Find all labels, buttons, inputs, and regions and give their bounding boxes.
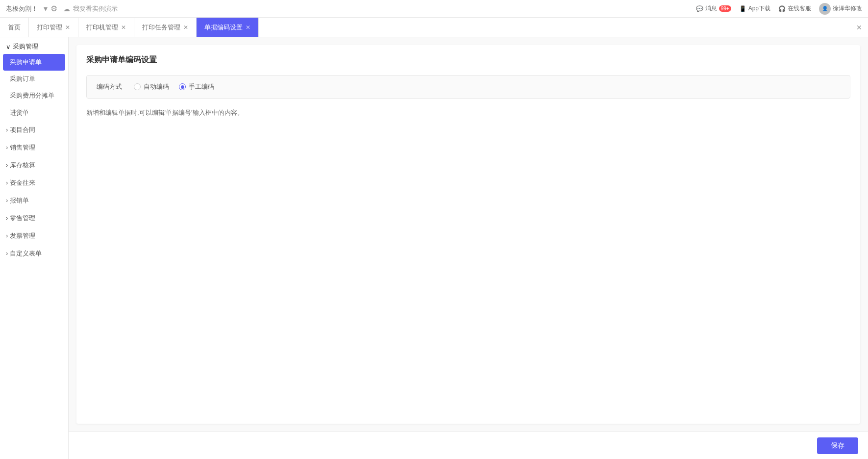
service-icon: 🎧 — [778, 5, 786, 12]
sidebar-item-purchase-order[interactable]: 采购订单 — [0, 71, 68, 87]
sidebar-item-purchase-request-label: 采购申请单 — [10, 58, 42, 66]
sidebar: ∨ 采购管理 采购申请单 采购订单 采购费用分摊单 进货单 › 项目合同 › 销… — [0, 37, 69, 459]
sidebar-group-invoice-label: 发票管理 — [10, 231, 35, 240]
manual-encoding-radio[interactable] — [179, 83, 186, 90]
chevron-right-icon: › — [6, 161, 8, 169]
sidebar-group-expense-label: 报销单 — [10, 196, 29, 205]
tab-print-management-label: 打印管理 — [37, 23, 62, 32]
save-button[interactable]: 保存 — [817, 437, 858, 454]
auto-encoding-label: 自动编码 — [144, 82, 169, 91]
sidebar-group-purchase-label: 采购管理 — [13, 42, 38, 51]
content-area: 采购申请单编码设置 编码方式 自动编码 手工编码 — [69, 37, 868, 459]
encoding-label: 编码方式 — [97, 82, 126, 91]
tab-close-icon[interactable]: ✕ — [121, 24, 126, 31]
auto-encoding-option[interactable]: 自动编码 — [134, 82, 169, 91]
message-badge: 99+ — [719, 5, 731, 12]
tab-printer-management-label: 打印机管理 — [86, 23, 118, 32]
page-title: 采购申请单编码设置 — [86, 55, 850, 65]
tab-bar-close[interactable]: ✕ — [850, 18, 868, 37]
manual-encoding-label: 手工编码 — [189, 82, 214, 91]
sidebar-group-purchase[interactable]: ∨ 采购管理 — [0, 37, 68, 54]
search-text: 我要看实例演示 — [73, 4, 118, 13]
sidebar-group-inventory[interactable]: › 库存核算 — [0, 156, 68, 174]
message-icon: 💬 — [696, 5, 703, 12]
sidebar-group-custom-forms[interactable]: › 自定义表单 — [0, 245, 68, 262]
sidebar-group-retail-label: 零售管理 — [10, 214, 35, 223]
sidebar-item-purchase-expense[interactable]: 采购费用分摊单 — [0, 87, 68, 104]
chevron-down-icon: ∨ — [6, 43, 11, 51]
settings-icon[interactable]: ⚙ — [50, 4, 57, 13]
tab-home-label: 首页 — [8, 23, 21, 32]
top-bar-right: 💬 消息 99+ 📱 App下载 🎧 在线客服 👤 徐泽华修改 — [696, 3, 862, 15]
chevron-right-icon: › — [6, 179, 8, 186]
tab-bar: 首页 打印管理 ✕ 打印机管理 ✕ 打印任务管理 ✕ 单据编码设置 ✕ ✕ — [0, 18, 868, 37]
top-bar-icons: ▾ ⚙ — [44, 4, 57, 13]
sidebar-item-purchase-receipt-label: 进货单 — [10, 109, 29, 116]
sidebar-group-finance[interactable]: › 资金往来 — [0, 174, 68, 192]
chevron-right-icon: › — [6, 144, 8, 151]
tab-home[interactable]: 首页 — [0, 18, 29, 37]
radio-group: 自动编码 手工编码 — [134, 82, 214, 91]
tab-encoding-settings-label: 单据编码设置 — [204, 23, 243, 32]
tab-close-icon[interactable]: ✕ — [246, 24, 250, 31]
online-service-button[interactable]: 🎧 在线客服 — [778, 4, 811, 13]
main-layout: ∨ 采购管理 采购申请单 采购订单 采购费用分摊单 进货单 › 项目合同 › 销… — [0, 37, 868, 459]
chevron-right-icon: › — [6, 197, 8, 204]
sidebar-group-finance-label: 资金往来 — [10, 178, 35, 187]
footer-bar: 保存 — [69, 432, 868, 459]
avatar: 👤 — [819, 3, 831, 15]
tab-print-task-label: 打印任务管理 — [142, 23, 180, 32]
phone-icon: 📱 — [739, 5, 746, 12]
content-body: 采购申请单编码设置 编码方式 自动编码 手工编码 — [76, 45, 860, 424]
sidebar-group-invoice[interactable]: › 发票管理 — [0, 227, 68, 245]
top-bar: 老板勿割！ ▾ ⚙ ☁ 我要看实例演示 💬 消息 99+ 📱 App下载 🎧 在… — [0, 0, 868, 18]
sidebar-group-project[interactable]: › 项目合同 — [0, 121, 68, 139]
tab-close-icon[interactable]: ✕ — [65, 24, 70, 31]
cloud-icon: ☁ — [63, 5, 70, 13]
sidebar-group-sales-label: 销售管理 — [10, 143, 35, 152]
hint-text: 新增和编辑单据时,可以编辑'单据编号'输入框中的内容。 — [86, 108, 850, 117]
sidebar-item-purchase-request[interactable]: 采购申请单 — [3, 54, 65, 71]
sidebar-group-project-label: 项目合同 — [10, 126, 35, 134]
auto-encoding-radio[interactable] — [134, 83, 141, 90]
chevron-right-icon: › — [6, 126, 8, 133]
sidebar-group-inventory-label: 库存核算 — [10, 161, 35, 170]
sidebar-item-purchase-order-label: 采购订单 — [10, 75, 35, 82]
tab-encoding-settings[interactable]: 单据编码设置 ✕ — [197, 18, 259, 37]
tab-print-task[interactable]: 打印任务管理 ✕ — [134, 18, 197, 37]
sidebar-group-custom-forms-label: 自定义表单 — [10, 249, 42, 258]
tab-printer-management[interactable]: 打印机管理 ✕ — [78, 18, 134, 37]
brand-text: 老板勿割！ — [6, 4, 38, 13]
user-name: 徐泽华修改 — [833, 4, 862, 13]
chevron-right-icon: › — [6, 214, 8, 222]
chevron-right-icon: › — [6, 232, 8, 239]
manual-encoding-option[interactable]: 手工编码 — [179, 82, 214, 91]
app-download-label: App下载 — [748, 4, 770, 13]
message-button[interactable]: 💬 消息 99+ — [696, 4, 731, 13]
tab-print-management[interactable]: 打印管理 ✕ — [29, 18, 78, 37]
sidebar-item-purchase-expense-label: 采购费用分摊单 — [10, 92, 54, 99]
user-profile[interactable]: 👤 徐泽华修改 — [819, 3, 862, 15]
message-label: 消息 — [705, 4, 717, 13]
sidebar-group-sales[interactable]: › 销售管理 — [0, 139, 68, 156]
chevron-right-icon: › — [6, 250, 8, 257]
sidebar-group-retail[interactable]: › 零售管理 — [0, 209, 68, 227]
sidebar-item-purchase-receipt[interactable]: 进货单 — [0, 104, 68, 121]
radio-dot — [181, 85, 184, 89]
tab-close-icon[interactable]: ✕ — [183, 24, 188, 31]
top-bar-left: 老板勿割！ ▾ ⚙ ☁ 我要看实例演示 — [6, 4, 118, 13]
online-service-label: 在线客服 — [788, 4, 811, 13]
encoding-form: 编码方式 自动编码 手工编码 — [86, 75, 850, 99]
chevron-down-icon[interactable]: ▾ — [44, 4, 48, 13]
app-download-button[interactable]: 📱 App下载 — [739, 4, 770, 13]
sidebar-group-expense[interactable]: › 报销单 — [0, 192, 68, 209]
search-area[interactable]: ☁ 我要看实例演示 — [63, 4, 118, 13]
